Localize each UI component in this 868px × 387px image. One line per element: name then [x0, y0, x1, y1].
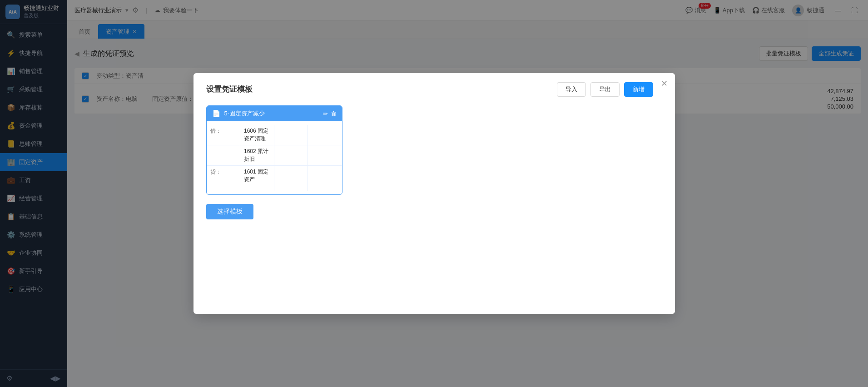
template-cell-type-4: [207, 186, 241, 191]
template-card-body: 借： 1606 固定资产清理 1602 累计折旧 贷： 1601 固定资产: [207, 121, 342, 194]
template-cell-col3-4: [274, 186, 308, 191]
template-card-header: 📄 5-固定资产减少 ✏ 🗑: [207, 106, 342, 121]
new-button[interactable]: 新增: [624, 82, 653, 97]
export-button[interactable]: 导出: [590, 82, 620, 97]
template-row-1: 借： 1606 固定资产清理: [207, 125, 342, 145]
template-cell-col3-1: [274, 125, 308, 145]
import-button[interactable]: 导入: [557, 82, 586, 97]
template-doc-icon: 📄: [212, 109, 221, 118]
select-template-button[interactable]: 选择模板: [206, 204, 253, 219]
template-cell-col4-3: [308, 166, 342, 186]
template-card-actions: ✏ 🗑: [323, 110, 337, 117]
template-delete-button[interactable]: 🗑: [331, 110, 337, 117]
template-card-name: 5-固定资产减少: [224, 109, 319, 118]
template-cell-account-2: 1602 累计折旧: [240, 145, 274, 165]
template-cell-col4-4: [308, 186, 342, 191]
template-row-2: 1602 累计折旧: [207, 145, 342, 166]
template-cell-type-3: 贷：: [207, 166, 241, 186]
template-card: 📄 5-固定资产减少 ✏ 🗑 借： 1606 固定资产清理 1602 累计折旧: [206, 105, 342, 195]
template-cell-account-4: [240, 186, 274, 191]
template-cell-col3-2: [274, 145, 308, 165]
template-cell-type-1: 借：: [207, 125, 241, 145]
template-cell-account-1: 1606 固定资产清理: [240, 125, 274, 145]
modal-overlay[interactable]: 设置凭证模板 ✕ 导入 导出 新增 📄 5-固定资产减少 ✏ 🗑 借： 1606…: [0, 0, 868, 387]
template-edit-button[interactable]: ✏: [323, 110, 328, 117]
template-cell-col3-3: [274, 166, 308, 186]
template-row-4: [207, 186, 342, 191]
modal-close-button[interactable]: ✕: [661, 79, 668, 88]
template-cell-col4-2: [308, 145, 342, 165]
template-cell-col4-1: [308, 125, 342, 145]
template-cell-type-2: [207, 145, 241, 165]
modal-toolbar: 导入 导出 新增: [557, 82, 653, 97]
template-row-3: 贷： 1601 固定资产: [207, 166, 342, 186]
modal-dialog: 设置凭证模板 ✕ 导入 导出 新增 📄 5-固定资产减少 ✏ 🗑 借： 1606…: [193, 73, 675, 314]
template-cell-account-3: 1601 固定资产: [240, 166, 274, 186]
